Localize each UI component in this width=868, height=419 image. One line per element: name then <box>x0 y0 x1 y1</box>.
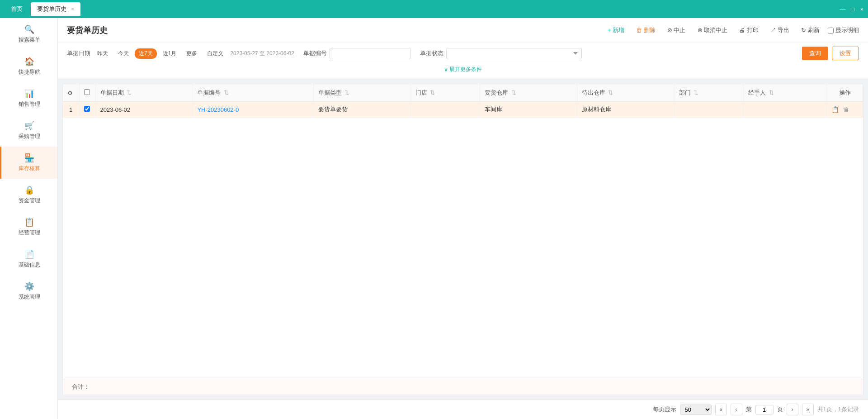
doc-no-input[interactable] <box>330 48 411 59</box>
sidebar-item-quick-nav[interactable]: 🏠 快捷导航 <box>0 50 57 82</box>
row-req-warehouse: 车间库 <box>480 102 577 118</box>
date-filter-label: 单据日期 <box>67 49 90 57</box>
tab-home[interactable]: 首页 <box>5 2 29 16</box>
sidebar-item-purchase-mgmt-label: 采购管理 <box>19 133 40 140</box>
date-btn-custom[interactable]: 自定义 <box>203 48 227 59</box>
page-label: 第 <box>746 405 752 414</box>
sidebar-item-fund-mgmt[interactable]: 🔒 资金管理 <box>0 179 57 211</box>
date-btn-more[interactable]: 更多 <box>182 48 201 59</box>
doc-no-link[interactable]: YH-20230602-0 <box>197 106 239 113</box>
prev-page-btn[interactable]: ‹ <box>731 404 742 415</box>
sidebar-item-inventory-calc[interactable]: 🏪 库存核算 <box>0 147 57 179</box>
page-number-input[interactable] <box>755 405 774 414</box>
tab-requisition-history[interactable]: 要货单历史 × <box>31 2 80 16</box>
sidebar-item-basic-info[interactable]: 📄 基础信息 <box>0 243 57 275</box>
select-all-checkbox[interactable] <box>84 89 90 95</box>
page-title: 要货单历史 <box>67 25 108 36</box>
close-btn[interactable]: × <box>860 6 863 13</box>
settings-button[interactable]: 设置 <box>832 47 859 60</box>
doc-status-filter-group: 单据状态 <box>420 48 793 59</box>
sidebar-item-search-menu[interactable]: 🔍 搜索菜单 <box>0 18 57 50</box>
row-edit-icon[interactable]: 📋 <box>831 106 839 113</box>
sidebar-item-search-menu-label: 搜索菜单 <box>19 36 40 44</box>
table-row: 1 2023-06-02 YH-20230602-0 要货单要货 车间库 <box>63 102 863 118</box>
expand-more-row: ∨ 展开更多条件 <box>67 66 859 73</box>
export-button[interactable]: ↗ 导出 <box>767 24 793 36</box>
col-settings[interactable]: ⚙ <box>63 84 79 102</box>
row-actions: 📋 🗑 <box>831 106 858 113</box>
table-header-row: ⚙ 单据日期 ⇅ 单据编号 ⇅ 单据类型 ⇅ <box>63 84 863 102</box>
doc-status-label: 单据状态 <box>420 49 443 57</box>
minimize-btn[interactable]: — <box>840 6 846 13</box>
col-doc-type[interactable]: 单据类型 ⇅ <box>313 84 410 102</box>
filter-bar: 单据日期 昨天 今天 近7天 近1月 更多 自定义 2023-05-27 至 2… <box>58 41 868 79</box>
date-range-display: 2023-05-27 至 2023-06-02 <box>230 50 294 57</box>
basic-info-icon: 📄 <box>24 249 34 259</box>
cancel-stop-button[interactable]: ⊗ 取消中止 <box>694 24 731 36</box>
refresh-button[interactable]: ↻ 刷新 <box>797 24 823 36</box>
date-btn-1month[interactable]: 近1月 <box>159 48 181 59</box>
first-page-icon: « <box>719 406 722 413</box>
row-handler <box>743 102 826 118</box>
date-filter-buttons: 昨天 今天 近7天 近1月 更多 自定义 <box>93 48 227 59</box>
stop-button[interactable]: ⊘ 中止 <box>664 24 689 36</box>
date-btn-yesterday[interactable]: 昨天 <box>93 48 112 59</box>
sidebar-item-sys-mgmt[interactable]: ⚙️ 系统管理 <box>0 275 57 307</box>
show-detail-wrap: 显示明细 <box>828 26 859 34</box>
main-layout: 🔍 搜索菜单 🏠 快捷导航 📊 销售管理 🛒 采购管理 🏪 库存核算 🔒 资金管… <box>0 18 868 419</box>
last-page-icon: » <box>806 406 809 413</box>
doc-status-select[interactable] <box>446 48 582 59</box>
next-page-btn[interactable]: › <box>787 404 798 415</box>
col-store[interactable]: 门店 ⇅ <box>410 84 480 102</box>
next-page-icon: › <box>792 406 793 413</box>
quick-nav-icon: 🏠 <box>24 57 34 67</box>
date-btn-today[interactable]: 今天 <box>114 48 133 59</box>
row-delete-icon[interactable]: 🗑 <box>843 106 849 113</box>
page-end-label: 页 <box>777 405 783 414</box>
purchase-mgmt-icon: 🛒 <box>24 121 34 131</box>
col-doc-date[interactable]: 单据日期 ⇅ <box>95 84 193 102</box>
sort-req-warehouse-icon: ⇅ <box>511 89 516 96</box>
row-checkbox[interactable] <box>84 106 90 112</box>
sidebar-item-sales-mgmt-label: 销售管理 <box>19 100 40 108</box>
page-header: 要货单历史 + 新增 🗑 删除 ⊘ 中止 ⊗ 取消中止 🖨 打印 ↗ 导出 ↻ … <box>58 18 868 41</box>
tab-requisition-label: 要货单历史 <box>37 5 66 13</box>
row-num: 1 <box>63 102 79 118</box>
sidebar-item-fund-mgmt-label: 资金管理 <box>19 197 40 205</box>
first-page-btn[interactable]: « <box>715 404 727 415</box>
sort-doc-date-icon: ⇅ <box>127 89 132 96</box>
maximize-btn[interactable]: □ <box>851 6 855 13</box>
row-pending-warehouse: 原材料仓库 <box>577 102 674 118</box>
print-button[interactable]: 🖨 打印 <box>736 24 762 36</box>
sort-doc-type-icon: ⇅ <box>344 89 349 96</box>
show-detail-checkbox[interactable] <box>828 28 834 33</box>
tab-close-icon[interactable]: × <box>71 6 74 12</box>
col-pending-warehouse[interactable]: 待出仓库 ⇅ <box>577 84 674 102</box>
col-handler[interactable]: 经手人 ⇅ <box>743 84 826 102</box>
last-page-btn[interactable]: » <box>802 404 814 415</box>
sidebar-item-ops-mgmt[interactable]: 📋 经营管理 <box>0 211 57 243</box>
toolbar: + 新增 🗑 删除 ⊘ 中止 ⊗ 取消中止 🖨 打印 ↗ 导出 ↻ 刷新 显示明… <box>604 24 859 36</box>
row-checkbox-cell <box>79 102 95 118</box>
col-req-warehouse[interactable]: 要货仓库 ⇅ <box>480 84 577 102</box>
sidebar-item-sales-mgmt[interactable]: 📊 销售管理 <box>0 82 57 114</box>
sales-mgmt-icon: 📊 <box>24 89 34 99</box>
sidebar-item-purchase-mgmt[interactable]: 🛒 采购管理 <box>0 114 57 147</box>
per-page-select[interactable]: 50 10 20 100 <box>680 405 712 415</box>
row-doc-type: 要货单要货 <box>313 102 410 118</box>
query-button[interactable]: 查询 <box>802 47 828 60</box>
row-doc-no: YH-20230602-0 <box>193 102 313 118</box>
col-department[interactable]: 部门 ⇅ <box>674 84 743 102</box>
data-table: ⚙ 单据日期 ⇅ 单据编号 ⇅ 单据类型 ⇅ <box>63 84 863 118</box>
ops-mgmt-icon: 📋 <box>24 217 34 227</box>
delete-button[interactable]: 🗑 删除 <box>632 24 659 36</box>
col-doc-no[interactable]: 单据编号 ⇅ <box>193 84 313 102</box>
show-detail-label: 显示明细 <box>835 26 859 34</box>
top-bar: 首页 要货单历史 × — □ × <box>0 0 868 18</box>
add-button[interactable]: + 新增 <box>604 24 628 36</box>
date-btn-7days[interactable]: 近7天 <box>135 48 157 59</box>
search-menu-icon: 🔍 <box>24 24 34 34</box>
sort-store-icon: ⇅ <box>430 89 435 96</box>
row-actions-cell: 📋 🗑 <box>827 102 863 118</box>
expand-more-button[interactable]: ∨ 展开更多条件 <box>444 66 482 73</box>
